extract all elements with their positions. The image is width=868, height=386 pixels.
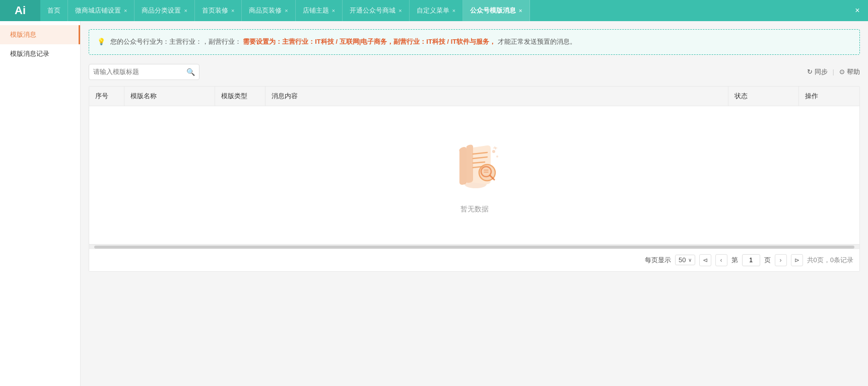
- close-tab-shop-settings[interactable]: ×: [124, 8, 127, 14]
- data-table: 序号 模版名称 模版类型 消息内容 状态 操作: [89, 86, 860, 272]
- search-input[interactable]: [93, 68, 186, 75]
- horizontal-scrollbar[interactable]: [89, 244, 859, 249]
- total-info: 共0页，0条记录: [807, 256, 853, 265]
- chevron-down-icon: ∨: [688, 257, 692, 263]
- last-page-button[interactable]: ⊳: [791, 254, 803, 266]
- col-action: 操作: [799, 87, 859, 106]
- notice-highlight: 需要设置为：主营行业：IT科技 / 互联网|电子商务，副营行业：IT科技 / I…: [243, 38, 496, 45]
- col-name: 模版名称: [124, 87, 215, 106]
- close-tab-custom-menu[interactable]: ×: [452, 8, 455, 14]
- sidebar-item-template-msg-log[interactable]: 模版消息记录: [0, 44, 80, 63]
- empty-text: 暂无数据: [460, 205, 489, 214]
- col-status: 状态: [728, 87, 799, 106]
- help-label: 帮助: [847, 67, 860, 76]
- sync-button[interactable]: ↻ 同步: [807, 67, 828, 76]
- close-tab-shop-theme[interactable]: ×: [332, 8, 335, 14]
- tab-product-decor[interactable]: 商品页装修×: [242, 0, 295, 21]
- scrollbar-thumb[interactable]: [94, 246, 854, 249]
- tab-shop-theme[interactable]: 店铺主题×: [296, 0, 343, 21]
- tab-category-settings[interactable]: 商品分类设置×: [135, 0, 194, 21]
- help-button[interactable]: ⊙ 帮助: [839, 67, 860, 76]
- page-size-select[interactable]: 50 ∨: [675, 255, 695, 265]
- search-input-wrap[interactable]: 🔍: [89, 64, 199, 80]
- page-label: 页: [764, 256, 771, 265]
- content-area: 💡 您的公众号行业为：主营行业：，副营行业： 需要设置为：主营行业：IT科技 /…: [81, 21, 868, 386]
- pagination: 每页显示 50 ∨ ⊲ ‹ 第 页 › ⊳ 共0页，0条记录: [89, 249, 859, 271]
- sidebar: 模版消息 模版消息记录: [0, 21, 81, 386]
- tab-home-decor[interactable]: 首页装修×: [195, 0, 242, 21]
- search-icon[interactable]: 🔍: [186, 68, 195, 76]
- close-all-button[interactable]: ×: [847, 0, 868, 21]
- help-icon: ⊙: [839, 68, 845, 75]
- tab-open-mall[interactable]: 开通公众号商城×: [343, 0, 409, 21]
- notice-icon: 💡: [97, 38, 105, 45]
- tab-template-msg[interactable]: 公众号模版消息×: [463, 0, 529, 21]
- empty-icon: [444, 136, 505, 197]
- search-actions: ↻ 同步 | ⊙ 帮助: [807, 67, 860, 76]
- table-header: 序号 模版名称 模版类型 消息内容 状态 操作: [89, 87, 859, 106]
- nav-tabs: 首页微商城店铺设置×商品分类设置×首页装修×商品页装修×店铺主题×开通公众号商城…: [40, 0, 847, 21]
- close-tab-template-msg[interactable]: ×: [519, 8, 522, 14]
- prev-page-button[interactable]: ‹: [715, 254, 727, 266]
- close-tab-product-decor[interactable]: ×: [285, 8, 288, 14]
- search-bar: 🔍 ↻ 同步 | ⊙ 帮助: [89, 64, 860, 80]
- sync-label: 同步: [815, 67, 828, 76]
- notice-prefix: 您的公众号行业为：主营行业：，副营行业：: [110, 38, 241, 45]
- notice-suffix: 才能正常发送预置的消息。: [498, 38, 576, 45]
- close-tab-home-decor[interactable]: ×: [231, 8, 234, 14]
- close-tab-category-settings[interactable]: ×: [184, 8, 187, 14]
- tab-shop-settings[interactable]: 微商城店铺设置×: [68, 0, 135, 21]
- action-divider: |: [833, 68, 834, 75]
- next-page-button[interactable]: ›: [775, 254, 787, 266]
- svg-point-11: [496, 156, 498, 158]
- tab-home[interactable]: 首页: [40, 0, 68, 21]
- col-type: 模版类型: [215, 87, 265, 106]
- main-layout: 模版消息 模版消息记录 💡 您的公众号行业为：主营行业：，副营行业： 需要设置为…: [0, 21, 868, 386]
- notice-box: 💡 您的公众号行业为：主营行业：，副营行业： 需要设置为：主营行业：IT科技 /…: [89, 29, 860, 55]
- page-size-label: 每页显示: [645, 256, 671, 265]
- page-size-value: 50: [679, 256, 686, 264]
- sidebar-item-template-msg[interactable]: 模版消息: [0, 25, 80, 44]
- close-tab-open-mall[interactable]: ×: [398, 8, 402, 14]
- sync-icon: ↻: [807, 68, 813, 75]
- top-navigation: Ai 首页微商城店铺设置×商品分类设置×首页装修×商品页装修×店铺主题×开通公众…: [0, 0, 868, 21]
- current-page-input[interactable]: [742, 254, 760, 266]
- empty-state: 暂无数据: [89, 106, 859, 244]
- tab-custom-menu[interactable]: 自定义菜单×: [410, 0, 463, 21]
- app-logo: Ai: [0, 0, 40, 21]
- page-di-label: 第: [731, 256, 738, 265]
- col-index: 序号: [89, 87, 124, 106]
- first-page-button[interactable]: ⊲: [699, 254, 711, 266]
- col-content: 消息内容: [265, 87, 728, 106]
- svg-point-10: [492, 150, 495, 153]
